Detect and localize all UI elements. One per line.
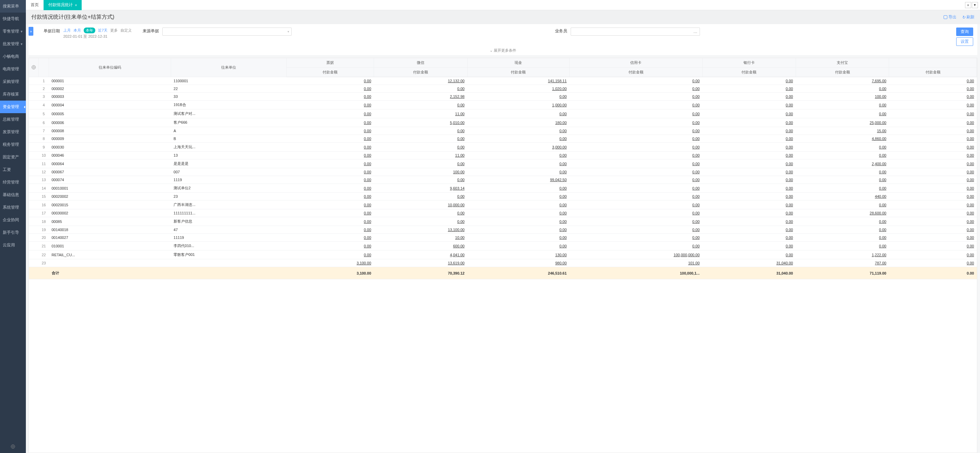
amount-link[interactable]: 0.00 <box>692 112 700 116</box>
amount-link[interactable]: 0.00 <box>692 162 700 166</box>
amount-link[interactable]: 0.00 <box>364 186 371 190</box>
amount-link[interactable]: 0.00 <box>559 186 566 190</box>
amount-link[interactable]: 0.00 <box>559 153 566 157</box>
sidebar-item-2[interactable]: 零售管理▼ <box>0 25 26 38</box>
col-group[interactable]: 现金 <box>467 58 569 68</box>
amount-link[interactable]: 0.00 <box>879 103 886 107</box>
amount-link[interactable]: 0.00 <box>967 211 974 215</box>
amount-link[interactable]: 25,000.00 <box>870 120 886 125</box>
sidebar-item-7[interactable]: 库存核算 <box>0 88 26 101</box>
sidebar-item-5[interactable]: 电商管理 <box>0 63 26 76</box>
amount-link[interactable]: 3,100.00 <box>356 261 371 265</box>
amount-link[interactable]: 0.00 <box>692 120 700 125</box>
source-select[interactable]: ▾ <box>162 27 292 36</box>
amount-link[interactable]: 0.00 <box>692 145 700 149</box>
amount-link[interactable]: 0.00 <box>879 203 886 207</box>
amount-link[interactable]: 0.00 <box>559 211 566 215</box>
table-gear-header[interactable] <box>29 58 39 77</box>
amount-link[interactable]: 10,000.00 <box>448 203 465 207</box>
amount-link[interactable]: 0.00 <box>967 236 974 239</box>
amount-link[interactable]: 0.00 <box>692 87 700 91</box>
amount-link[interactable]: 0.00 <box>786 186 793 190</box>
amount-link[interactable]: 0.00 <box>364 129 371 133</box>
amount-link[interactable]: 0.00 <box>786 220 793 223</box>
amount-link[interactable]: 0.00 <box>786 79 793 83</box>
amount-link[interactable]: 0.00 <box>364 211 371 215</box>
amount-link[interactable]: 0.00 <box>879 153 886 157</box>
amount-link[interactable]: 0.00 <box>364 112 371 116</box>
amount-link[interactable]: 0.00 <box>364 87 371 91</box>
sidebar-item-0[interactable]: 搜索菜单 <box>0 0 26 13</box>
amount-link[interactable]: 0.00 <box>364 95 371 98</box>
amount-link[interactable]: 0.00 <box>879 178 886 182</box>
amount-link[interactable]: 1,020.00 <box>552 87 567 91</box>
amount-link[interactable]: 15.00 <box>877 129 886 133</box>
amount-link[interactable]: 0.00 <box>457 136 465 141</box>
amount-link[interactable]: 0.00 <box>786 253 793 257</box>
amount-link[interactable]: 0.00 <box>364 79 371 83</box>
sidebar-item-19[interactable]: 云应用 <box>0 239 26 252</box>
sidebar-item-8[interactable]: 资金管理 <box>0 101 26 113</box>
query-button[interactable]: 查询 <box>956 27 973 36</box>
amount-link[interactable]: 0.00 <box>786 145 793 149</box>
amount-link[interactable]: 0.00 <box>364 203 371 207</box>
amount-link[interactable]: 0.00 <box>786 112 793 116</box>
amount-link[interactable]: 0.00 <box>967 129 974 133</box>
sidebar-item-15[interactable]: 基础信息 <box>0 188 26 201</box>
date-preset-link[interactable]: 自定义 <box>121 28 132 33</box>
amount-link[interactable]: 0.00 <box>967 220 974 223</box>
sidebar-item-12[interactable]: 固定资产 <box>0 151 26 163</box>
amount-link[interactable]: 787.00 <box>875 261 886 265</box>
col-group[interactable]: 微信 <box>374 58 467 68</box>
amount-link[interactable]: 3,000.00 <box>552 145 567 149</box>
amount-link[interactable]: 0.00 <box>559 244 566 248</box>
amount-link[interactable]: 99,042.50 <box>550 178 566 182</box>
sidebar-item-14[interactable]: 经营管理 <box>0 176 26 188</box>
amount-link[interactable]: 0.00 <box>786 244 793 248</box>
amount-link[interactable]: 2,152.98 <box>450 95 465 98</box>
amount-link[interactable]: 0.00 <box>559 228 566 232</box>
amount-link[interactable]: 0.00 <box>559 129 566 133</box>
amount-link[interactable]: 0.00 <box>967 79 974 83</box>
amount-link[interactable]: 0.00 <box>786 129 793 133</box>
amount-link[interactable]: 13,100.00 <box>448 228 465 232</box>
amount-link[interactable]: 0.00 <box>786 211 793 215</box>
amount-link[interactable]: 0.00 <box>457 178 465 182</box>
amount-link[interactable]: 0.00 <box>879 186 886 190</box>
amount-link[interactable]: 0.00 <box>692 170 700 174</box>
amount-link[interactable]: 141,158.11 <box>548 79 566 83</box>
amount-link[interactable]: 0.00 <box>457 194 465 198</box>
close-icon[interactable]: × <box>75 3 77 7</box>
col-group[interactable]: 银行卡 <box>702 58 795 68</box>
amount-link[interactable]: 0.00 <box>879 236 886 239</box>
amount-link[interactable]: 11.00 <box>455 153 465 157</box>
amount-link[interactable]: 0.00 <box>364 228 371 232</box>
gear-icon[interactable] <box>11 445 15 448</box>
amount-link[interactable]: 980.00 <box>555 261 567 265</box>
amount-link[interactable]: 0.00 <box>967 162 974 166</box>
col-group[interactable]: 支付宝 <box>795 58 889 68</box>
col-group[interactable]: 票据 <box>286 58 374 68</box>
amount-link[interactable]: 0.00 <box>879 112 886 116</box>
amount-link[interactable]: 0.00 <box>786 162 793 166</box>
amount-link[interactable]: 0.00 <box>364 236 371 239</box>
amount-link[interactable]: 0.00 <box>879 228 886 232</box>
amount-link[interactable]: 0.00 <box>967 178 974 182</box>
amount-link[interactable]: 100.00 <box>875 95 886 98</box>
amount-link[interactable]: 0.00 <box>786 170 793 174</box>
amount-link[interactable]: 0.00 <box>559 236 566 239</box>
amount-link[interactable]: 0.00 <box>692 228 700 232</box>
amount-link[interactable]: 100.00 <box>453 170 465 174</box>
amount-link[interactable]: 0.00 <box>559 95 566 98</box>
amount-link[interactable]: 0.00 <box>559 170 566 174</box>
col-group[interactable] <box>889 58 977 68</box>
amount-link[interactable]: 0.00 <box>786 178 793 182</box>
amount-link[interactable]: 12,132.00 <box>448 79 465 83</box>
date-preset-link[interactable]: 本月 <box>73 28 81 33</box>
amount-link[interactable]: 0.00 <box>457 220 465 223</box>
amount-link[interactable]: 0.00 <box>692 220 700 223</box>
col-sub[interactable]: 付款金额 <box>889 68 977 77</box>
amount-link[interactable]: 0.00 <box>879 244 886 248</box>
sidebar-item-18[interactable]: 新手引导 <box>0 226 26 239</box>
amount-link[interactable]: 0.00 <box>364 120 371 125</box>
